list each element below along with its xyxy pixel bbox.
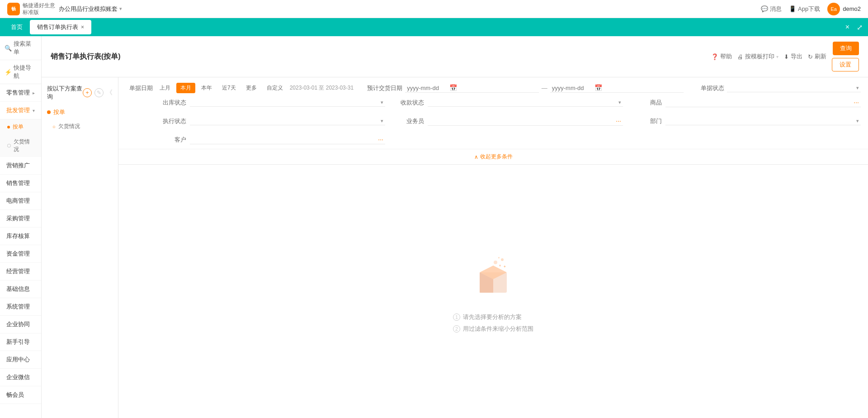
add-scheme-btn[interactable]: +	[83, 88, 92, 97]
sidebar: 🔍 搜索菜单 ⚡ 快捷导航 零售管理 ▸ 批发管理 ▾ 按单 欠货情况	[0, 36, 42, 418]
refresh-btn[interactable]: ↻ 刷新	[808, 52, 826, 61]
print-icon: 🖨	[737, 53, 743, 60]
calendar-to-icon[interactable]: 📅	[594, 84, 602, 91]
sidebar-sub-wholesale: 按单 欠货情况	[0, 119, 41, 157]
username: demo2	[843, 5, 861, 12]
goods-input-wrap: ···	[665, 98, 861, 107]
date-btn-more[interactable]: 更多	[242, 83, 261, 93]
tab-home[interactable]: 首页	[4, 20, 30, 34]
edit-scheme-btn[interactable]: ✎	[94, 88, 104, 97]
collapse-panel-btn[interactable]: 《	[106, 89, 113, 97]
date-btn-custom[interactable]: 自定义	[263, 83, 287, 93]
dept-select[interactable]: ▾	[665, 117, 861, 125]
exec-status-label: 执行状态	[155, 117, 186, 125]
status-select[interactable]: ▾	[727, 84, 861, 92]
help-btn[interactable]: ❓ 帮助	[711, 52, 732, 61]
expected-date-from[interactable]	[407, 85, 448, 91]
print-btn[interactable]: 🖨 按模板打印 ▾	[737, 52, 778, 61]
exec-status-row: 执行状态 ▾	[155, 114, 385, 128]
date-btn-lastmonth[interactable]: 上月	[156, 83, 175, 93]
sidebar-item-marketing[interactable]: 营销推广	[0, 157, 41, 175]
content-area: 销售订单执行表(按单) ❓ 帮助 🖨 按模板打印 ▾ ⬇ 导出 ↻ 刷新	[42, 36, 868, 418]
empty-svg: ✦ ✦	[471, 254, 516, 299]
page-header: 销售订单执行表(按单) ❓ 帮助 🖨 按模板打印 ▾ ⬇ 导出 ↻ 刷新	[42, 36, 868, 77]
date-range-display: 2023-03-01 至 2023-03-31	[290, 84, 354, 92]
sidebar-item-finance[interactable]: 资金管理	[0, 245, 41, 263]
sidebar-item-wechat[interactable]: 企业微信	[0, 369, 41, 386]
empty-hint-1: 1 请先选择要分析的方案	[453, 313, 533, 321]
expected-date-to[interactable]	[552, 85, 593, 91]
window-close-btn[interactable]: ×	[844, 21, 851, 33]
customer-dots-btn[interactable]: ···	[378, 136, 383, 143]
tab-active[interactable]: 销售订单执行表 ×	[30, 20, 91, 34]
receipt-status-select[interactable]: ▾	[428, 99, 623, 107]
scheme-sub-item-shortage[interactable]: ○ 欠货情况	[42, 120, 118, 133]
app-download-btn[interactable]: 📱 App下载	[789, 5, 820, 13]
circle-icon	[7, 144, 11, 147]
expected-date-to-wrap: 📅	[550, 83, 684, 93]
date-btn-7days[interactable]: 近7天	[218, 83, 240, 93]
salesman-input[interactable]	[429, 118, 616, 124]
sidebar-item-retail[interactable]: 零售管理 ▸	[0, 84, 41, 102]
salesman-dots-btn[interactable]: ···	[616, 117, 621, 124]
sidebar-sub-item-shortage[interactable]: 欠货情况	[0, 134, 41, 157]
status-chevron-icon: ▾	[856, 85, 859, 91]
message-icon: 💬	[761, 5, 768, 12]
query-settings-wrap: 查询 设置	[832, 42, 859, 71]
customer-input[interactable]	[192, 136, 378, 143]
tab-bar: 首页 销售订单执行表 × × ⤢	[0, 18, 868, 36]
date-btn-thisyear[interactable]: 本年	[197, 83, 216, 93]
collapse-filter-btn[interactable]: ∧ 收起更多条件	[118, 149, 868, 164]
filter-row-2: 出库状态 ▾ 收款状态 ▾	[118, 93, 868, 112]
sidebar-item-operations[interactable]: 经营管理	[0, 263, 41, 280]
left-panel: 按以下方案查询 + ✎ 《 按单 ○ 欠货情况	[42, 77, 118, 418]
app-icon: 📱	[789, 5, 796, 12]
sidebar-item-app-center[interactable]: 应用中心	[0, 351, 41, 369]
sidebar-item-ecommerce[interactable]: 电商管理	[0, 192, 41, 210]
svg-text:✦: ✦	[503, 265, 506, 269]
sidebar-sub-item-order[interactable]: 按单	[0, 119, 41, 134]
sidebar-item-newbie[interactable]: 新手引导	[0, 333, 41, 351]
hint-num-1: 1	[453, 314, 460, 321]
calendar-from-icon[interactable]: 📅	[449, 84, 457, 91]
sidebar-item-sales[interactable]: 销售管理	[0, 175, 41, 192]
sidebar-quick-nav[interactable]: ⚡ 快捷导航	[0, 60, 41, 84]
scheme-item-order[interactable]: 按单	[42, 104, 118, 120]
empty-hint-2: 2 用过滤条件来缩小分析范围	[453, 325, 533, 333]
sidebar-search[interactable]: 🔍 搜索菜单	[0, 36, 41, 60]
sidebar-item-system[interactable]: 系统管理	[0, 298, 41, 316]
tab-close-icon[interactable]: ×	[81, 24, 84, 30]
dept-row: 部门 ▾	[630, 114, 861, 128]
expected-date-label: 预计交货日期	[367, 84, 402, 92]
logo-symbol: 畅	[11, 6, 16, 12]
sidebar-item-wholesale[interactable]: 批发管理 ▾	[0, 102, 41, 119]
salesman-input-wrap: ···	[428, 116, 623, 126]
sidebar-item-basic-info[interactable]: 基础信息	[0, 280, 41, 298]
export-btn[interactable]: ⬇ 导出	[784, 52, 802, 61]
goods-input[interactable]	[667, 99, 854, 106]
sidebar-item-inventory[interactable]: 库存核算	[0, 228, 41, 245]
user-area[interactable]: 销售订单执行表 Ea demo2	[827, 3, 861, 15]
export-icon: ⬇	[784, 53, 789, 60]
active-dot-icon	[7, 126, 10, 128]
sidebar-item-purchase[interactable]: 采购管理	[0, 210, 41, 228]
hint-num-2: 2	[453, 325, 460, 332]
chevron-down-icon[interactable]: ▾	[119, 6, 122, 12]
out-status-label: 出库状态	[155, 99, 186, 107]
out-status-select[interactable]: ▾	[190, 99, 385, 107]
empty-illustration: ✦ ✦	[466, 250, 520, 304]
exec-status-select[interactable]: ▾	[190, 117, 385, 125]
message-btn[interactable]: 💬 消息	[761, 5, 782, 13]
date-btn-thismonth[interactable]: 本月	[176, 83, 195, 93]
top-bar-left: 畅 畅捷通好生意 标准版 办公用品行业模拟账套 ▾	[7, 2, 122, 15]
receipt-status-label: 收款状态	[392, 99, 424, 107]
window-expand-btn[interactable]: ⤢	[855, 21, 864, 33]
goods-dots-btn[interactable]: ···	[854, 99, 859, 106]
out-status-chevron: ▾	[381, 100, 383, 105]
sidebar-item-member[interactable]: 畅会员	[0, 386, 41, 404]
help-icon: ❓	[711, 53, 718, 60]
settings-button[interactable]: 设置	[832, 58, 859, 71]
logo-line2: 标准版	[23, 9, 55, 15]
query-button[interactable]: 查询	[833, 42, 859, 55]
sidebar-item-enterprise[interactable]: 企业协同	[0, 316, 41, 333]
